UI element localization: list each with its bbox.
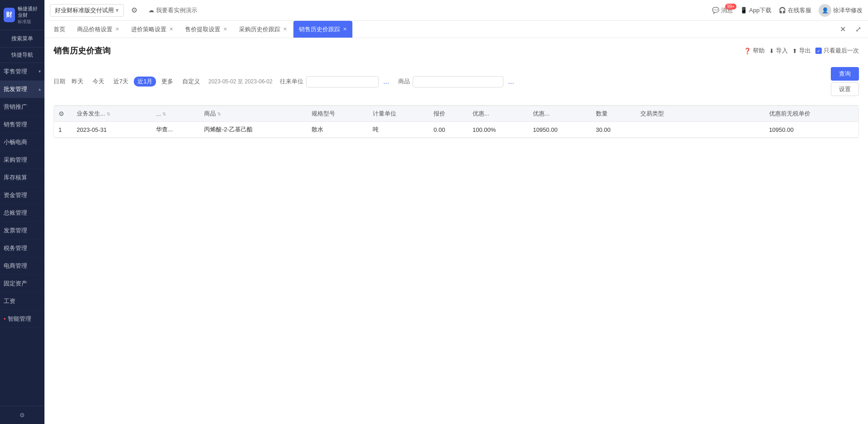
product-search-button[interactable]: ... bbox=[506, 77, 516, 87]
tab-purchase-history-close[interactable]: ✕ bbox=[283, 26, 287, 32]
tab-product-price-close[interactable]: ✕ bbox=[115, 26, 119, 32]
partner-search-button[interactable]: ... bbox=[381, 77, 391, 87]
date-opt-custom[interactable]: 自定义 bbox=[179, 77, 204, 87]
topbar-gear-button[interactable]: ⚙ bbox=[127, 4, 141, 17]
sidebar-item-ecommerce-small[interactable]: 小畅电商 bbox=[0, 134, 44, 151]
col-sort-business-date[interactable]: 业务发生... bbox=[77, 110, 110, 118]
sidebar-quicknav[interactable]: 快捷导航 bbox=[0, 48, 44, 63]
table-body: 1 2023-05-31 华查... 丙烯酸-2-乙基己酯 散水 吨 0.00 … bbox=[54, 122, 858, 138]
message-icon: 💬 bbox=[712, 7, 719, 14]
window-maximize-button[interactable]: ⤢ bbox=[852, 23, 864, 36]
main-content: 好业财标准版交付试用 ▾ ⚙ ☁ 我要看实例演示 💬 消息 99+ 📱 App下… bbox=[44, 0, 868, 424]
chevron-down-icon: ▾ bbox=[116, 7, 119, 14]
tab-purchase-strategy[interactable]: 进价策略设置 ✕ bbox=[126, 21, 179, 38]
tab-sale-extract[interactable]: 售价提取设置 ✕ bbox=[180, 21, 233, 38]
sidebar-item-finance[interactable]: 资金管理 bbox=[0, 187, 44, 204]
sidebar-item-smart[interactable]: 智能管理 bbox=[0, 310, 44, 328]
tab-sales-history[interactable]: 销售历史价跟踪 ✕ bbox=[293, 21, 352, 38]
online-service-button[interactable]: 🎧 在线客服 bbox=[779, 6, 811, 14]
partner-input[interactable] bbox=[306, 76, 379, 87]
page-actions: ❓ 帮助 ⬇ 导入 ⬆ 导出 ✓ 只看最后一次 bbox=[744, 47, 859, 55]
workspace-selector[interactable]: 好业财标准版交付试用 ▾ bbox=[50, 4, 124, 17]
export-button[interactable]: ⬆ 导出 bbox=[792, 47, 811, 55]
col-unit-header: 计量单位 bbox=[368, 106, 429, 122]
avatar: 👤 bbox=[819, 4, 831, 17]
sidebar-search[interactable]: 搜索菜单 bbox=[0, 30, 44, 48]
tab-sale-extract-label: 售价提取设置 bbox=[185, 25, 220, 34]
sidebar-item-tax[interactable]: 税务管理 bbox=[0, 240, 44, 257]
cell-extra: 华查... bbox=[151, 122, 200, 138]
sidebar-item-sales[interactable]: 销售管理 bbox=[0, 116, 44, 134]
col-discount-rate-header: 优惠... bbox=[468, 106, 528, 122]
date-opt-yesterday[interactable]: 昨天 bbox=[68, 77, 87, 87]
col-business-date-header[interactable]: 业务发生... bbox=[72, 106, 151, 122]
table-gear-icon[interactable]: ⚙ bbox=[59, 110, 64, 117]
page-header: 销售历史价查询 ❓ 帮助 ⬇ 导入 ⬆ 导出 ✓ 只看最后一次 bbox=[54, 45, 859, 56]
cell-unit: 吨 bbox=[368, 122, 429, 138]
message-button[interactable]: 💬 消息 99+ bbox=[712, 6, 733, 14]
cell-spacer bbox=[697, 122, 764, 138]
cell-product: 丙烯酸-2-乙基己酯 bbox=[200, 122, 307, 138]
app-download-button[interactable]: 📱 App下载 bbox=[740, 6, 771, 14]
sidebar-item-salary[interactable]: 工资 bbox=[0, 293, 44, 310]
sidebar-item-ledger[interactable]: 总账管理 bbox=[0, 204, 44, 222]
settings-button[interactable]: 设置 bbox=[831, 82, 859, 96]
user-icon: 👤 bbox=[822, 7, 829, 14]
sidebar-item-ecommerce[interactable]: 电商管理 bbox=[0, 257, 44, 275]
only-last-checkbox[interactable]: ✓ 只看最后一次 bbox=[815, 47, 859, 55]
table-header: ⚙ 业务发生... ... 商品 规格型号 计量单位 报价 bbox=[54, 106, 858, 122]
import-icon: ⬇ bbox=[769, 48, 774, 54]
col-sort-product[interactable]: 商品 bbox=[204, 110, 221, 118]
product-input[interactable] bbox=[413, 76, 503, 87]
tab-bar: 首页 商品价格设置 ✕ 进价策略设置 ✕ 售价提取设置 ✕ 采购历史价跟踪 ✕ … bbox=[44, 21, 868, 38]
topbar: 好业财标准版交付试用 ▾ ⚙ ☁ 我要看实例演示 💬 消息 99+ 📱 App下… bbox=[44, 0, 868, 21]
date-opt-more[interactable]: 更多 bbox=[158, 77, 177, 87]
gear-icon: ⚙ bbox=[131, 6, 137, 14]
gear-icon: ⚙ bbox=[20, 412, 25, 419]
import-button[interactable]: ⬇ 导入 bbox=[769, 47, 788, 55]
tab-sale-extract-close[interactable]: ✕ bbox=[223, 26, 227, 32]
tab-product-price[interactable]: 商品价格设置 ✕ bbox=[72, 21, 125, 38]
sidebar-item-invoice[interactable]: 发票管理 bbox=[0, 222, 44, 240]
partner-filter-group: 往来单位 ... bbox=[280, 76, 391, 87]
date-filter-label: 日期 bbox=[54, 77, 65, 86]
col-sort-extra[interactable]: ... bbox=[156, 111, 166, 117]
phone-icon: 📱 bbox=[740, 7, 747, 14]
col-extra-header[interactable]: ... bbox=[151, 106, 200, 122]
tab-home[interactable]: 首页 bbox=[48, 21, 71, 38]
partner-filter-label: 往来单位 bbox=[280, 77, 303, 86]
sidebar-item-wholesale[interactable]: 批发管理 ▴ bbox=[0, 81, 44, 98]
window-controls: ✕ ⤢ bbox=[836, 23, 864, 36]
date-options: 昨天 今天 近7天 近1月 更多 自定义 bbox=[68, 77, 204, 87]
export-label: 导出 bbox=[799, 47, 811, 55]
service-label: 在线客服 bbox=[788, 6, 811, 14]
demo-button[interactable]: ☁ 我要看实例演示 bbox=[145, 5, 201, 16]
user-menu[interactable]: 👤 徐泽华修改 bbox=[819, 4, 863, 17]
sidebar-item-retail[interactable]: 零售管理 ▾ bbox=[0, 63, 44, 81]
product-filter-label: 商品 bbox=[398, 77, 410, 86]
export-icon: ⬆ bbox=[792, 48, 797, 54]
cell-quantity: 30.00 bbox=[591, 122, 636, 138]
sidebar-item-marketing[interactable]: 营销推广 bbox=[0, 98, 44, 116]
sidebar-item-assets[interactable]: 固定资产 bbox=[0, 275, 44, 293]
tab-purchase-strategy-close[interactable]: ✕ bbox=[169, 26, 173, 32]
help-button[interactable]: ❓ 帮助 bbox=[744, 47, 765, 55]
cell-seq: 1 bbox=[54, 122, 72, 138]
date-opt-last1m[interactable]: 近1月 bbox=[134, 77, 156, 87]
sidebar: 财 畅捷通好业财 标准版 搜索菜单 快捷导航 零售管理 ▾ 批发管理 ▴ 营销推… bbox=[0, 0, 44, 424]
page-content: 销售历史价查询 ❓ 帮助 ⬇ 导入 ⬆ 导出 ✓ 只看最后一次 bbox=[44, 38, 868, 424]
query-button[interactable]: 查询 bbox=[831, 67, 859, 81]
tab-purchase-history[interactable]: 采购历史价跟踪 ✕ bbox=[234, 21, 293, 38]
sidebar-item-inventory[interactable]: 库存核算 bbox=[0, 169, 44, 187]
sidebar-item-purchase[interactable]: 采购管理 bbox=[0, 151, 44, 169]
date-filter-group: 日期 昨天 今天 近7天 近1月 更多 自定义 2023-05-02 至 202… bbox=[54, 77, 273, 87]
close-icon: ✕ bbox=[840, 25, 846, 34]
window-close-button[interactable]: ✕ bbox=[836, 23, 849, 36]
date-opt-today[interactable]: 今天 bbox=[89, 77, 108, 87]
date-opt-last7[interactable]: 近7天 bbox=[110, 77, 132, 87]
sidebar-nav: 零售管理 ▾ 批发管理 ▴ 营销推广 销售管理 小畅电商 采购管理 库存核算 资… bbox=[0, 63, 44, 406]
col-gear-header[interactable]: ⚙ bbox=[54, 106, 72, 122]
col-product-header[interactable]: 商品 bbox=[200, 106, 307, 122]
sidebar-settings-button[interactable]: ⚙ bbox=[0, 406, 44, 424]
tab-sales-history-close[interactable]: ✕ bbox=[343, 26, 347, 32]
